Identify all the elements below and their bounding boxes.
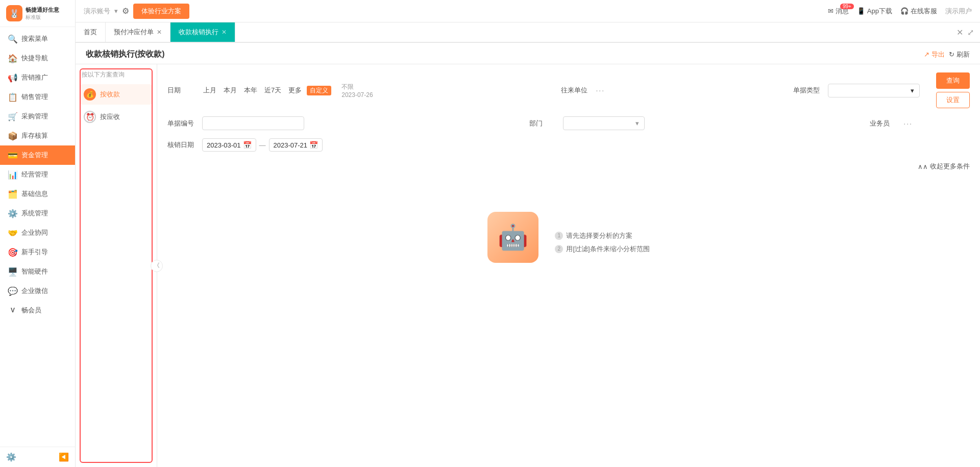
sidebar-item-system[interactable]: ⚙️ 系统管理 bbox=[0, 204, 75, 223]
tip-num-1: 1 bbox=[555, 232, 563, 240]
dept-select[interactable]: ▾ bbox=[563, 116, 645, 130]
sidebar-item-sales[interactable]: 📋 销售管理 bbox=[0, 87, 75, 107]
date-more[interactable]: 更多 bbox=[286, 85, 304, 96]
date-hint-val: 2023-07-26 bbox=[341, 91, 373, 99]
verify-start-value: 2023-03-01 bbox=[207, 141, 241, 149]
tab-collection[interactable]: 收款核销执行 ✕ bbox=[170, 22, 235, 42]
calendar-end-icon[interactable]: 📅 bbox=[309, 141, 318, 149]
tab-prepay[interactable]: 预付冲应付单 ✕ bbox=[106, 22, 170, 42]
verify-date-end-input[interactable]: 2023-07-21 📅 bbox=[269, 138, 323, 152]
refresh-btn[interactable]: ↻ 刷新 bbox=[949, 50, 970, 59]
sidebar-item-smart-hw[interactable]: 🖥️ 智能硬件 bbox=[0, 262, 75, 281]
enterprise-icon: 🤝 bbox=[8, 228, 17, 237]
tip-text-1: 请先选择要分析的方案 bbox=[566, 229, 632, 242]
page-title: 收款核销执行(按收款) bbox=[86, 49, 165, 60]
collapse-filter-btn[interactable]: 《 bbox=[151, 260, 163, 272]
header-left: 演示账号 ▾ ⚙ 体验行业方案 bbox=[84, 4, 189, 19]
logo-area: 🐰 畅捷通好生意 标准版 bbox=[0, 0, 75, 27]
staff-dots[interactable]: ··· bbox=[903, 119, 913, 128]
sidebar-item-quick-nav[interactable]: 🏠 快捷导航 bbox=[0, 48, 75, 68]
sidebar-item-wecom[interactable]: 💬 企业微信 bbox=[0, 281, 75, 301]
verify-date-start-input[interactable]: 2023-03-01 📅 bbox=[202, 138, 256, 152]
collapse-sidebar-icon[interactable]: ◀️ bbox=[59, 452, 69, 462]
sidebar-item-marketing[interactable]: 📢 营销推广 bbox=[0, 68, 75, 87]
tab-close-all-icon[interactable]: ✕ bbox=[957, 28, 963, 37]
collapse-more-btn[interactable]: ∧∧ 收起更多条件 bbox=[918, 160, 970, 173]
refresh-label: 刷新 bbox=[957, 50, 970, 59]
top-header: 演示账号 ▾ ⚙ 体验行业方案 ✉ 消息 99+ 📱 App下载 🎧 在线客服 … bbox=[76, 0, 980, 22]
dept-label: 部门 bbox=[529, 119, 555, 128]
tab-home[interactable]: 首页 bbox=[76, 22, 106, 42]
page-header-actions: ↗ 导出 ↻ 刷新 bbox=[924, 50, 970, 59]
filter-option-receivable-label: 按应收 bbox=[100, 112, 120, 121]
sidebar-item-label: 基础信息 bbox=[21, 189, 48, 199]
date-label: 日期 bbox=[167, 86, 193, 95]
counterpart-label: 往来单位 bbox=[561, 86, 587, 95]
sidebar-item-label: 资金管理 bbox=[21, 151, 48, 160]
export-btn[interactable]: ↗ 导出 bbox=[924, 50, 945, 59]
tip-num-2: 2 bbox=[555, 245, 563, 253]
sidebar-item-enterprise[interactable]: 🤝 企业协同 bbox=[0, 223, 75, 242]
sidebar-item-label: 畅会员 bbox=[21, 306, 41, 315]
marketing-icon: 📢 bbox=[8, 73, 17, 82]
refresh-icon: ↻ bbox=[949, 51, 954, 58]
date-last-month[interactable]: 上月 bbox=[201, 85, 218, 96]
sidebar-item-label: 企业协同 bbox=[21, 228, 48, 237]
header-gear-icon[interactable]: ⚙ bbox=[122, 6, 129, 16]
inventory-icon: 📦 bbox=[8, 131, 17, 140]
dropdown-icon[interactable]: ▾ bbox=[114, 7, 118, 15]
date-this-month[interactable]: 本月 bbox=[222, 85, 239, 96]
filter-row-2: 单据编号 部门 ▾ 业务员 ··· bbox=[167, 116, 970, 130]
app-download-btn[interactable]: 📱 App下载 bbox=[857, 7, 892, 16]
collapse-more-label: 收起更多条件 bbox=[930, 162, 970, 171]
query-button[interactable]: 查询 bbox=[936, 72, 970, 89]
sidebar-item-label: 库存核算 bbox=[21, 131, 48, 140]
filter-sidebar: 按以下方案查询 💰 按收款 ⏰ 按应收 《 bbox=[76, 64, 157, 467]
filter-option-by-receivable[interactable]: ⏰ 按应收 bbox=[80, 107, 153, 127]
tip-text-2: 用[过滤]条件来缩小分析范围 bbox=[566, 242, 649, 256]
sidebar-item-label: 系统管理 bbox=[21, 209, 48, 218]
sidebar-item-member[interactable]: V 畅会员 bbox=[0, 301, 75, 320]
logo-subtitle: 标准版 bbox=[26, 14, 59, 21]
newbie-icon: 🎯 bbox=[8, 248, 17, 257]
messages-badge: 99+ bbox=[840, 4, 854, 9]
service-btn[interactable]: 🎧 在线客服 bbox=[900, 7, 937, 16]
wecom-icon: 💬 bbox=[8, 286, 17, 296]
sidebar-item-newbie[interactable]: 🎯 新手引导 bbox=[0, 242, 75, 262]
sidebar-item-purchase[interactable]: 🛒 采购管理 bbox=[0, 107, 75, 126]
company-name: 演示账号 bbox=[84, 7, 110, 16]
tab-prepay-label: 预付冲应付单 bbox=[114, 28, 154, 37]
doc-number-input[interactable] bbox=[202, 116, 304, 130]
settings-icon[interactable]: ⚙️ bbox=[6, 452, 16, 462]
filter-row-1: 日期 上月 本月 本年 近7天 更多 自定义 不限 2023-07-26 bbox=[167, 72, 970, 108]
collapse-more-wrapper: ∧∧ 收起更多条件 bbox=[167, 160, 970, 173]
messages-btn[interactable]: ✉ 消息 99+ bbox=[828, 7, 849, 16]
empty-tip-1: 1 请先选择要分析的方案 bbox=[555, 229, 649, 242]
calendar-start-icon[interactable]: 📅 bbox=[243, 141, 252, 149]
logo-text-block: 畅捷通好生意 标准版 bbox=[26, 6, 59, 21]
sidebar-item-inventory[interactable]: 📦 库存核算 bbox=[0, 126, 75, 145]
counterpart-dots[interactable]: ··· bbox=[596, 86, 605, 94]
sidebar-item-business[interactable]: 📊 经营管理 bbox=[0, 165, 75, 184]
sidebar-item-basic-info[interactable]: 🗂️ 基础信息 bbox=[0, 184, 75, 204]
empty-tips: 1 请先选择要分析的方案 2 用[过滤]条件来缩小分析范围 bbox=[555, 229, 649, 256]
basic-info-icon: 🗂️ bbox=[8, 189, 17, 199]
date-this-year[interactable]: 本年 bbox=[242, 85, 259, 96]
tab-prepay-close[interactable]: ✕ bbox=[157, 29, 162, 36]
date-7days[interactable]: 近7天 bbox=[262, 85, 283, 96]
sidebar-item-finance[interactable]: 💳 资金管理 bbox=[0, 145, 75, 165]
filter-option-by-collection[interactable]: 💰 按收款 bbox=[80, 84, 153, 105]
doc-number-label: 单据编号 bbox=[167, 119, 194, 128]
settings-button[interactable]: 设置 bbox=[936, 92, 970, 108]
tab-maximize-icon[interactable]: ⤢ bbox=[967, 28, 974, 37]
sidebar-item-search-menu[interactable]: 🔍 搜索菜单 bbox=[0, 29, 75, 48]
tab-collection-close[interactable]: ✕ bbox=[222, 29, 227, 36]
system-icon: ⚙️ bbox=[8, 209, 17, 218]
user-name: 演示用户 bbox=[945, 7, 972, 16]
doc-type-select[interactable]: ▾ bbox=[828, 84, 920, 97]
verify-end-value: 2023-07-21 bbox=[274, 141, 308, 149]
sidebar-item-label: 采购管理 bbox=[21, 112, 48, 121]
industry-btn[interactable]: 体验行业方案 bbox=[133, 4, 189, 19]
date-custom-tag[interactable]: 自定义 bbox=[307, 86, 331, 95]
member-icon: V bbox=[8, 306, 17, 315]
